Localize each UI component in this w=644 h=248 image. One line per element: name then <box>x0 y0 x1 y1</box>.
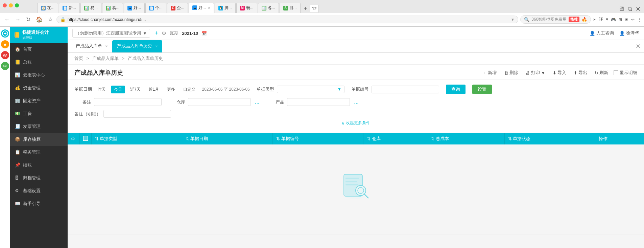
star-icon[interactable]: ★ <box>1 40 9 48</box>
date-chip-custom[interactable]: 自定义 <box>180 86 198 93</box>
sidebar-item-invoice[interactable]: 🧾 发票管理 <box>10 120 68 133</box>
sidebar-item-tax[interactable]: 📋 税务管理 <box>10 146 68 159</box>
export-btn[interactable]: ⬆ 导出 <box>572 69 589 77</box>
tab-4[interactable]: 📊 易... <box>102 3 123 13</box>
date-chip-today[interactable]: 今天 <box>111 86 125 93</box>
settings-button[interactable]: 设置 <box>472 85 492 94</box>
home-btn[interactable]: 🏠 <box>34 16 44 23</box>
th-number[interactable]: ⇅ 单据编号 <box>273 133 363 144</box>
sidebar-item-reports[interactable]: 📊 云报表中心 <box>10 69 68 82</box>
restore-window-icon[interactable]: ⧉ <box>628 5 632 13</box>
more-icon[interactable]: ⋮ <box>637 17 641 22</box>
sidebar-item-home[interactable]: 🏠 首页 <box>10 43 68 56</box>
th-settings[interactable]: ⚙ <box>68 133 79 144</box>
panel-close-btn[interactable]: ✕ <box>636 43 641 50</box>
remarks-detail-input[interactable] <box>103 110 171 118</box>
th-type[interactable]: ⇅ 单据类型 <box>91 133 182 144</box>
sidebar-item-archive[interactable]: 🗄 归档管理 <box>10 172 68 184</box>
date-chip-7days[interactable]: 近7天 <box>127 86 144 93</box>
date-chip-1month[interactable]: 近1月 <box>146 86 162 93</box>
app-logo-icon[interactable] <box>1 29 9 38</box>
sidebar-item-funds[interactable]: 💰 资金管理 <box>10 82 68 94</box>
tab-count-badge[interactable]: 12 <box>310 5 319 13</box>
refresh-btn[interactable]: ↻ <box>24 16 32 23</box>
show-columns-toggle[interactable]: 显示明细 <box>614 70 637 76</box>
th-status[interactable]: ⇅ 单据状态 <box>504 133 595 144</box>
customer-service-btn[interactable]: 👤 人工咨询 <box>590 30 614 36</box>
show-columns-checkbox[interactable] <box>614 70 618 75</box>
sidebar-item-assets[interactable]: 🏢 固定资产 <box>10 94 68 107</box>
breadcrumb-list[interactable]: 产成品入库单 <box>92 56 119 61</box>
tab-5[interactable]: ☁ 好... <box>124 3 145 13</box>
type-select[interactable]: ▼ <box>277 86 344 93</box>
th-warehouse[interactable]: ⇅ 仓库 <box>363 133 427 144</box>
tab-7[interactable]: C 企... <box>167 3 188 13</box>
forward-btn[interactable]: → <box>14 16 22 23</box>
sidebar-item-payroll[interactable]: 💵 工资 <box>10 107 68 120</box>
page-tab-list[interactable]: 产成品入库单 × <box>71 40 112 52</box>
mail-icon[interactable]: ✉ <box>1 62 9 70</box>
breadcrumb-home[interactable]: 首页 <box>74 56 83 61</box>
new-window-icon[interactable]: 🖥 <box>618 5 624 13</box>
product-ellipsis-btn[interactable]: ... <box>353 99 360 105</box>
back-btn[interactable]: ← <box>3 16 11 23</box>
window-minimize-btn[interactable] <box>9 3 13 7</box>
header-checkbox[interactable] <box>83 136 88 141</box>
tab-10[interactable]: M 畅... <box>236 3 257 13</box>
th-date[interactable]: ⇅ 单据日期 <box>182 133 272 144</box>
product-input[interactable] <box>287 98 350 106</box>
company-selector[interactable]: （勿删勿禁用）江西服宝测试专用 ▼ <box>72 29 150 38</box>
th-checkbox[interactable] <box>79 133 91 144</box>
tab-8[interactable]: ☁ 好... × <box>189 3 214 13</box>
sidebar-item-settings[interactable]: ⚙ 基础设置 <box>10 184 68 197</box>
tab-1[interactable]: 🧭 在... <box>37 3 58 13</box>
print-btn[interactable]: 🖨 打印 ▼ <box>524 69 547 77</box>
company-settings-icon[interactable]: ⚙ <box>162 30 166 37</box>
game-icon[interactable]: 🎮 <box>611 17 616 22</box>
tab-2[interactable]: 📄 新... <box>59 3 80 13</box>
user-avatar[interactable]: 👤 徐泽华 <box>619 30 639 36</box>
page-tab-history[interactable]: 产成品入库单历史 × <box>112 40 162 52</box>
scissors-icon[interactable]: ✂ <box>593 17 596 22</box>
delete-btn[interactable]: 🗑 删除 <box>502 69 520 77</box>
page-tab-history-close[interactable]: × <box>156 44 158 48</box>
refresh-btn-page[interactable]: ↻ 刷新 <box>593 69 610 77</box>
tab-11[interactable]: 📊 各... <box>258 3 279 13</box>
number-input[interactable] <box>372 86 439 93</box>
remarks-input[interactable] <box>94 98 162 106</box>
search-box[interactable]: 🔍 360智能抠图免费用 热搜 🔥 <box>520 15 591 24</box>
warehouse-ellipsis-btn[interactable]: ... <box>254 99 261 105</box>
sidebar-item-inventory[interactable]: 📦 库存核算 <box>10 133 68 146</box>
th-total-cost[interactable]: ⇅ 总成本 <box>427 133 505 144</box>
tab-12[interactable]: S 目... <box>280 3 301 13</box>
translate-icon[interactable]: 译 <box>599 17 603 22</box>
social-icon[interactable]: W <box>1 51 9 59</box>
date-chip-more[interactable]: 更多 <box>164 86 178 93</box>
page-tab-list-close[interactable]: × <box>105 44 108 48</box>
search-button[interactable]: 查询 <box>446 85 466 94</box>
tab-9[interactable]: 🐧 腾... <box>215 3 236 13</box>
undo-icon[interactable]: ↩ <box>631 17 635 22</box>
sidebar-item-more[interactable]: 📖 新手引导 <box>10 197 68 210</box>
calendar-icon[interactable]: 📅 <box>201 31 207 36</box>
add-company-btn[interactable]: + <box>155 30 159 37</box>
collapse-bar[interactable]: ∧ 收起更多条件 <box>74 118 637 128</box>
sidebar-item-ledger[interactable]: 📒 总账 <box>10 56 68 69</box>
date-chip-yesterday[interactable]: 昨天 <box>95 86 109 93</box>
window-close-btn[interactable] <box>3 3 7 7</box>
bookmark-btn[interactable]: ☆ <box>46 16 54 23</box>
new-btn[interactable]: + 新增 <box>482 69 499 77</box>
tab-3[interactable]: 📊 易... <box>80 3 101 13</box>
column-settings-icon[interactable]: ⚙ <box>71 136 75 141</box>
sidebar-item-closing[interactable]: 📌 结账 <box>10 159 68 172</box>
brightness-icon[interactable]: ☀ <box>625 17 628 22</box>
address-bar[interactable]: 🔒 https://cloud.chanjet.com/accounting/u… <box>56 16 518 23</box>
import-btn[interactable]: ⬇ 导入 <box>551 69 568 77</box>
warehouse-input[interactable] <box>188 98 251 106</box>
window-maximize-btn[interactable] <box>15 3 19 7</box>
tab-8-close[interactable]: × <box>208 6 210 10</box>
tab-6[interactable]: 📄 个... <box>145 3 166 13</box>
window-close-icon[interactable]: ✕ <box>636 5 641 13</box>
yuan-icon[interactable]: ¥ <box>606 17 608 22</box>
new-tab-btn[interactable]: + <box>301 4 310 13</box>
